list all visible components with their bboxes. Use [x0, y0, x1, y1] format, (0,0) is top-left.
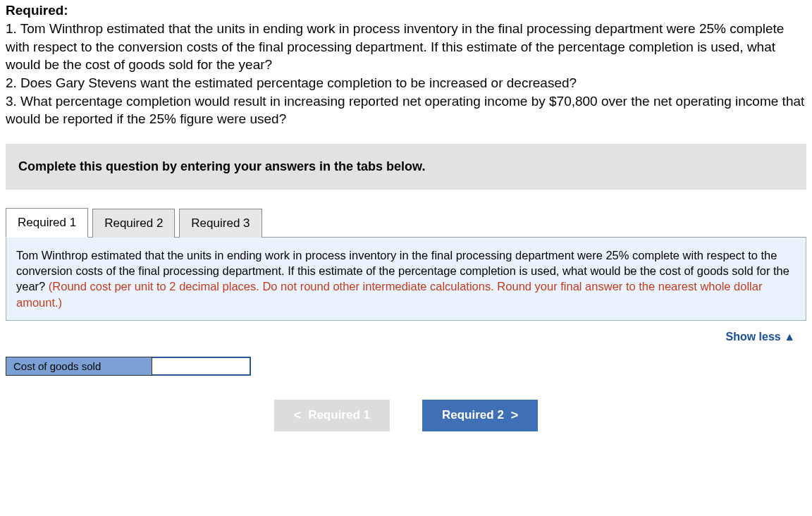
- show-less-toggle[interactable]: Show less ▲: [725, 331, 795, 343]
- cost-of-goods-sold-label: Cost of goods sold: [6, 357, 152, 376]
- instruction-bar: Complete this question by entering your …: [6, 144, 806, 190]
- instruction-text: Complete this question by entering your …: [18, 159, 425, 173]
- next-button[interactable]: Required 2 >: [422, 400, 538, 431]
- triangle-up-icon: ▲: [784, 331, 795, 343]
- prev-button-label: Required 1: [308, 408, 370, 422]
- tab-required-1[interactable]: Required 1: [6, 208, 88, 238]
- tab-required-3[interactable]: Required 3: [179, 209, 262, 238]
- cost-of-goods-sold-input[interactable]: [152, 357, 251, 376]
- show-less-label: Show less: [725, 331, 780, 343]
- chevron-right-icon: >: [511, 408, 519, 423]
- question-3-text: 3. What percentage completion would resu…: [6, 92, 806, 128]
- tab-required-2[interactable]: Required 2: [92, 209, 175, 238]
- question-panel: Tom Winthrop estimated that the units in…: [6, 238, 806, 321]
- required-heading: Required:: [6, 3, 806, 18]
- question-2-text: 2. Does Gary Stevens want the estimated …: [6, 74, 806, 92]
- answer-input-row: Cost of goods sold: [6, 357, 806, 376]
- next-button-label: Required 2: [442, 408, 504, 422]
- nav-buttons-row: < Required 1 Required 2 >: [0, 400, 812, 431]
- tabs-container: Required 1 Required 2 Required 3: [6, 207, 806, 238]
- chevron-left-icon: <: [294, 408, 302, 423]
- panel-prompt-hint: (Round cost per unit to 2 decimal places…: [16, 280, 762, 308]
- prev-button[interactable]: < Required 1: [274, 400, 390, 431]
- question-1-text: 1. Tom Winthrop estimated that the units…: [6, 20, 806, 74]
